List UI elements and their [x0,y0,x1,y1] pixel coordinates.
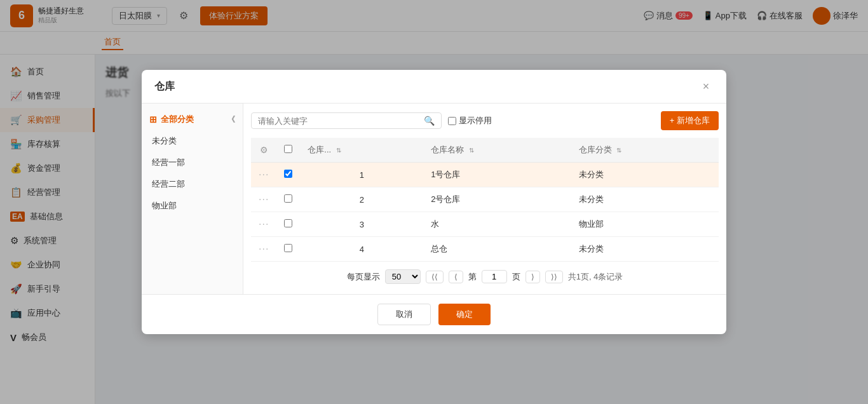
sort-name-icon[interactable]: ⇅ [469,147,474,154]
table-row[interactable]: ··· 3 水 物业部 [251,212,719,237]
confirm-button[interactable]: 确定 [438,304,491,325]
warehouse-table: ⚙ 仓库... ⇅ 仓库名称 ⇅ [251,138,719,262]
page-first-button[interactable]: ⟨⟨ [426,271,444,283]
sort-code-icon[interactable]: ⇅ [336,147,341,154]
cell-checkbox[interactable] [276,237,300,262]
cell-category: 未分类 [571,237,719,262]
pagination: 每页显示 50 20 100 ⟨⟨ ⟨ 第 页 ⟩ ⟩⟩ 共1页, 4条记录 [251,262,719,286]
row-dots-icon: ··· [259,219,269,229]
cell-checkbox[interactable] [276,212,300,237]
row-checkbox[interactable] [284,170,292,178]
table-head: ⚙ 仓库... ⇅ 仓库名称 ⇅ [251,138,719,163]
row-dots-icon: ··· [259,169,269,180]
category-item-property[interactable]: 物业部 [142,195,243,217]
modal-footer: 取消 确定 [142,294,726,334]
modal-title: 仓库 [154,80,175,93]
col-name-label: 仓库名称 [431,145,464,154]
col-code: 仓库... ⇅ [300,138,423,163]
cancel-button[interactable]: 取消 [377,304,431,325]
category-item-uncategorized[interactable]: 未分类 [142,130,243,152]
cell-category: 物业部 [571,212,719,237]
cell-checkbox[interactable] [276,163,300,187]
table-row[interactable]: ··· 2 2号仓库 未分类 [251,187,719,212]
cell-row-num: 4 [300,237,423,262]
modal-header: 仓库 × [142,70,726,104]
collapse-icon[interactable]: 《 [227,114,235,125]
cell-name: 2号仓库 [423,187,571,212]
modal-close-button[interactable]: × [698,79,714,94]
cell-name: 总仓 [423,237,571,262]
grid-icon: ⊞ [149,114,157,125]
col-checkbox [276,138,300,163]
page-number-input[interactable] [482,270,507,283]
table-panel: 🔍 显示停用 + 新增仓库 ⚙ [243,104,726,294]
column-gear-icon: ⚙ [260,145,268,155]
page-next-button[interactable]: ⟩ [526,271,540,283]
row-checkbox[interactable] [284,219,292,227]
table-container: ⚙ 仓库... ⇅ 仓库名称 ⇅ [251,138,719,262]
table-row[interactable]: ··· 1 1号仓库 未分类 [251,163,719,187]
row-checkbox[interactable] [284,194,292,203]
cell-settings: ··· [251,212,276,237]
table-row[interactable]: ··· 4 总仓 未分类 [251,237,719,262]
col-settings: ⚙ [251,138,276,163]
show-disabled-checkbox[interactable] [448,117,456,125]
cell-settings: ··· [251,237,276,262]
cell-name: 水 [423,212,571,237]
show-disabled-checkbox-label[interactable]: 显示停用 [448,115,492,126]
cell-row-num: 2 [300,187,423,212]
row-checkbox[interactable] [284,244,292,252]
cell-settings: ··· [251,187,276,212]
warehouse-modal: 仓库 × ⊞ 全部分类 《 未分类 经营一部 经营二部 物业部 [142,70,726,334]
category-all[interactable]: ⊞ 全部分类 《 [142,109,243,130]
page-prev-button[interactable]: ⟨ [449,271,463,283]
col-category-label: 仓库分类 [579,145,612,154]
page-unit: 页 [512,271,520,283]
search-box: 🔍 [251,112,442,129]
add-warehouse-button[interactable]: + 新增仓库 [661,111,719,130]
modal-body: ⊞ 全部分类 《 未分类 经营一部 经营二部 物业部 🔍 [142,104,726,294]
cell-category: 未分类 [571,187,719,212]
show-disabled-label: 显示停用 [459,115,492,126]
select-all-checkbox[interactable] [284,145,292,153]
category-item-dept2[interactable]: 经营二部 [142,173,243,195]
category-all-label: 全部分类 [161,114,194,125]
page-label: 第 [468,271,477,283]
table-header-row: ⚙ 仓库... ⇅ 仓库名称 ⇅ [251,138,719,163]
cell-row-num: 3 [300,212,423,237]
cell-checkbox[interactable] [276,187,300,212]
category-item-dept1[interactable]: 经营一部 [142,152,243,173]
per-page-select[interactable]: 50 20 100 [385,269,421,284]
cell-category: 未分类 [571,163,719,187]
cell-row-num: 1 [300,163,423,187]
row-dots-icon: ··· [259,243,269,254]
cell-settings: ··· [251,163,276,187]
col-name: 仓库名称 ⇅ [423,138,571,163]
sort-category-icon[interactable]: ⇅ [616,147,621,154]
table-toolbar: 🔍 显示停用 + 新增仓库 [251,111,719,130]
row-dots-icon: ··· [259,194,269,205]
table-body: ··· 1 1号仓库 未分类 ··· 2 2号仓库 未分类 ··· 3 水 物业… [251,163,719,262]
page-total-info: 共1页, 4条记录 [568,271,623,283]
page-last-button[interactable]: ⟩⟩ [545,271,563,283]
col-code-label: 仓库... [308,145,331,154]
category-panel: ⊞ 全部分类 《 未分类 经营一部 经营二部 物业部 [142,104,243,294]
modal-overlay: 仓库 × ⊞ 全部分类 《 未分类 经营一部 经营二部 物业部 [0,0,868,404]
search-icon: 🔍 [424,116,435,126]
col-category: 仓库分类 ⇅ [571,138,719,163]
cell-name: 1号仓库 [423,163,571,187]
search-input[interactable] [258,116,420,126]
per-page-label: 每页显示 [347,271,380,283]
